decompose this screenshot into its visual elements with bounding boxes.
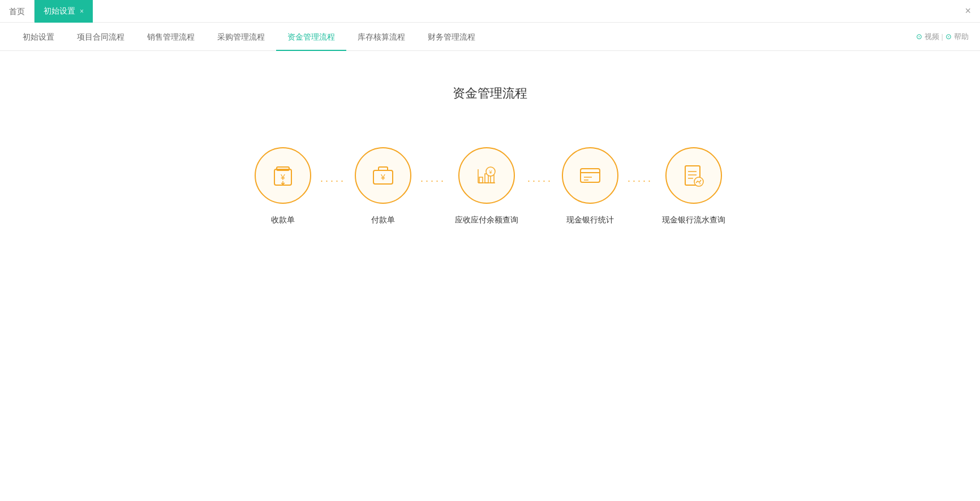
cash-bank-icon xyxy=(576,161,604,190)
nav-item-inventory[interactable]: 库存核算流程 xyxy=(346,23,416,51)
statement-icon-circle: + xyxy=(665,147,722,204)
svg-text:¥: ¥ xyxy=(488,169,492,175)
cash-bank-icon-circle xyxy=(562,147,618,204)
receipt-label: 收款单 xyxy=(271,215,295,225)
flow-item-payment[interactable]: ¥ 付款单 xyxy=(355,147,411,225)
flow-item-cash-bank[interactable]: 现金银行统计 xyxy=(562,147,618,225)
svg-text:+: + xyxy=(699,182,701,186)
svg-rect-5 xyxy=(479,177,483,183)
statement-icon: + xyxy=(680,161,708,190)
help-link[interactable]: ⊙ 帮助 xyxy=(945,32,969,42)
video-link[interactable]: ⊙ 视频 xyxy=(916,32,939,42)
flow-item-receipt[interactable]: ¥ 收款单 xyxy=(255,147,311,225)
connector-1: ····· xyxy=(311,175,355,187)
dots-2: ····· xyxy=(420,175,446,187)
initial-setup-tab[interactable]: 初始设置 × xyxy=(35,0,93,23)
balance-icon-circle: ¥ xyxy=(458,147,515,204)
flow-item-statement[interactable]: + 现金银行流水查询 xyxy=(662,147,725,225)
svg-text:¥: ¥ xyxy=(280,173,285,182)
dots-3: ····· xyxy=(527,175,553,187)
page-title: 资金管理流程 xyxy=(453,85,527,102)
nav-item-project[interactable]: 项目合同流程 xyxy=(66,23,136,51)
nav-bar: 初始设置 项目合同流程 销售管理流程 采购管理流程 资金管理流程 库存核算流程 … xyxy=(0,23,980,51)
nav-item-capital[interactable]: 资金管理流程 xyxy=(276,23,346,51)
top-bar: 首页 初始设置 × × xyxy=(0,0,980,23)
play-circle-icon: ⊙ xyxy=(916,32,922,41)
tab-close-button[interactable]: × xyxy=(80,7,84,15)
video-label: 视频 xyxy=(925,32,939,42)
balance-icon: ¥ xyxy=(472,161,501,190)
flow-container: ¥ 收款单 ····· ¥ 付款单 xyxy=(255,147,725,225)
connector-4: ····· xyxy=(618,175,662,187)
payment-icon-circle: ¥ xyxy=(355,147,411,204)
main-content: 资金管理流程 ¥ 收款单 ····· xyxy=(0,51,980,225)
question-circle-icon: ⊙ xyxy=(945,32,952,41)
home-tab[interactable]: 首页 xyxy=(0,0,35,23)
connector-3: ····· xyxy=(518,175,562,187)
help-label: 帮助 xyxy=(954,32,969,42)
dots-1: ····· xyxy=(320,175,346,187)
svg-rect-10 xyxy=(581,169,600,182)
close-button[interactable]: × xyxy=(965,5,971,17)
payment-label: 付款单 xyxy=(371,215,395,225)
nav-right: ⊙ 视频 | ⊙ 帮助 xyxy=(916,32,969,42)
connector-2: ····· xyxy=(411,175,455,187)
receipt-icon-circle: ¥ xyxy=(255,147,311,204)
payment-icon: ¥ xyxy=(369,161,397,190)
nav-item-finance[interactable]: 财务管理流程 xyxy=(416,23,487,51)
receipt-icon: ¥ xyxy=(269,161,297,190)
balance-label: 应收应付余额查询 xyxy=(455,215,518,225)
nav-item-initial[interactable]: 初始设置 xyxy=(11,23,66,51)
svg-text:¥: ¥ xyxy=(380,173,385,182)
nav-item-sales[interactable]: 销售管理流程 xyxy=(136,23,206,51)
window-controls: × xyxy=(965,5,980,17)
divider: | xyxy=(942,32,943,41)
flow-item-balance[interactable]: ¥ 应收应付余额查询 xyxy=(455,147,518,225)
cash-bank-label: 现金银行统计 xyxy=(566,215,614,225)
dots-4: ····· xyxy=(627,175,653,187)
nav-item-purchase[interactable]: 采购管理流程 xyxy=(206,23,276,51)
statement-label: 现金银行流水查询 xyxy=(662,215,725,225)
tab-label: 初始设置 xyxy=(44,6,75,16)
